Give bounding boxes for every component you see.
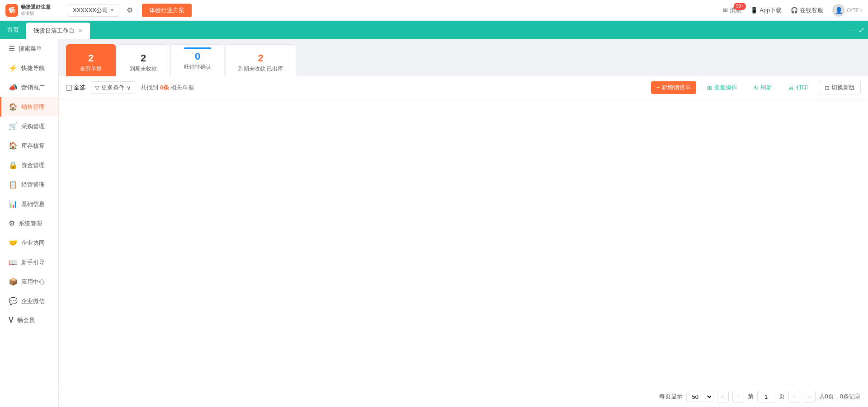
finance-icon: 🔒 — [9, 161, 18, 169]
card-pending[interactable]: 0 旺铺待确认 — [171, 44, 224, 76]
select-all-label: 全选 — [74, 84, 85, 92]
logo-icon: 畅 — [5, 4, 18, 17]
table-area — [59, 99, 868, 386]
app-download-button[interactable]: 📱 App下载 — [750, 6, 782, 14]
batch-button[interactable]: ⊞ 批量操作 — [702, 81, 743, 94]
company-selector[interactable]: XXXXXX公司 ▼ — [68, 4, 119, 17]
pagination-bar: 每页显示 50 100 200 « ‹ 第 页 › » 共0页，0条记录 — [59, 386, 868, 407]
tab-minimize-button[interactable]: — — [848, 26, 855, 34]
member-icon: V — [9, 316, 14, 324]
avatar-image: 👤 — [832, 4, 845, 17]
card-pending-label: 旺铺待确认 — [184, 63, 211, 71]
wechat-icon: 💬 — [9, 297, 18, 305]
sidebar-item-label: 资金管理 — [21, 161, 45, 169]
toolbar-right: + 新增销货单 ⊞ 批量操作 ↻ 刷新 🖨 打印 ⊡ 切换新版 — [651, 81, 861, 94]
sidebar: ☰ 搜索菜单 ⚡ 快捷导航 📣 营销推广 🏠 销售管理 🛒 采购管理 🏠 库存核… — [0, 39, 59, 407]
total-info: 共0页，0条记录 — [819, 393, 861, 401]
message-badge: 99+ — [734, 3, 746, 10]
new-order-button[interactable]: + 新增销货单 — [651, 81, 696, 94]
sidebar-item-search[interactable]: ☰ 搜索菜单 — [0, 39, 58, 58]
tab-workbench[interactable]: 钱货日清工作台 ✕ — [26, 23, 90, 39]
sidebar-item-label: 系统管理 — [19, 220, 42, 228]
per-page-label: 每页显示 — [659, 393, 683, 401]
first-page-button[interactable]: « — [717, 391, 729, 402]
tab-home[interactable]: 首页 — [0, 21, 26, 39]
select-all-input[interactable] — [66, 85, 72, 91]
card-all-count: 2 — [88, 52, 94, 64]
card-overdue[interactable]: 2 到期未收款 — [117, 44, 170, 76]
header-right: ✉ 消息 99+ 📱 App下载 🎧 在线客服 👤 OfTEn — [723, 4, 863, 17]
message-button[interactable]: ✉ 消息 99+ — [723, 6, 741, 14]
refresh-button[interactable]: ↻ 刷新 — [748, 81, 778, 94]
summary-cards-row: 2 全部单据 2 到期未收款 0 旺铺待确认 2 到期未收款 已出库 — [59, 39, 868, 76]
sidebar-item-system[interactable]: ⚙ 系统管理 — [0, 214, 58, 233]
sidebar-item-label: 快捷导航 — [21, 64, 45, 72]
cooperation-icon: 🤝 — [9, 239, 18, 247]
user-avatar[interactable]: 👤 OfTEn — [832, 4, 863, 17]
toolbar: 全选 ▽ 更多条件 ∨ 共找到 0条 相关单据 + 新增销货单 ⊞ 批量操作 ↻… — [59, 76, 868, 99]
tab-expand-button[interactable]: ⤢ — [859, 26, 864, 34]
card-all-label: 全部单据 — [80, 65, 102, 73]
next-page-button[interactable]: › — [788, 391, 800, 402]
quicknav-icon: ⚡ — [9, 64, 18, 72]
trial-button[interactable]: 体验行业方案 — [142, 4, 192, 17]
company-name: XXXXXX公司 — [73, 6, 108, 14]
sidebar-item-label: 营销推广 — [21, 84, 45, 92]
sidebar-item-marketing[interactable]: 📣 营销推广 — [0, 78, 58, 97]
sidebar-item-wechat[interactable]: 💬 企业微信 — [0, 291, 58, 311]
sidebar-item-purchase[interactable]: 🛒 采购管理 — [0, 117, 58, 136]
sidebar-item-cooperation[interactable]: 🤝 企业协同 — [0, 233, 58, 253]
tab-bar-controls: — ⤢ — [848, 26, 868, 34]
inventory-icon: 🏠 — [9, 141, 18, 150]
sidebar-item-inventory[interactable]: 🏠 库存核算 — [0, 136, 58, 155]
appcenter-icon: 📦 — [9, 277, 18, 286]
card-shipped[interactable]: 2 到期未收款 已出库 — [225, 44, 296, 76]
purchase-icon: 🛒 — [9, 122, 18, 131]
sidebar-item-label: 库存核算 — [21, 142, 45, 150]
sidebar-item-member[interactable]: V 畅会员 — [0, 311, 58, 330]
top-header: 畅 畅捷通好生意 标准版 XXXXXX公司 ▼ ⚙ 体验行业方案 ✉ 消息 99… — [0, 0, 868, 21]
sidebar-item-guide[interactable]: 📖 新手引导 — [0, 253, 58, 272]
found-text: 共找到 0条 相关单据 — [141, 84, 194, 92]
per-page-select[interactable]: 50 100 200 — [686, 392, 713, 402]
online-service-button[interactable]: 🎧 在线客服 — [791, 6, 823, 14]
batch-icon: ⊞ — [707, 84, 712, 91]
home-tab-label: 首页 — [7, 26, 19, 34]
print-icon: 🖨 — [788, 84, 794, 91]
last-page-button[interactable]: » — [804, 391, 816, 402]
logo-area: 畅 畅捷通好生意 标准版 — [5, 4, 64, 17]
main-content: 2 全部单据 2 到期未收款 0 旺铺待确认 2 到期未收款 已出库 — [59, 39, 868, 407]
sales-icon: 🏠 — [9, 103, 18, 111]
logo-text: 畅捷通好生意 标准版 — [21, 4, 51, 17]
sidebar-item-label: 畅会员 — [17, 316, 35, 324]
chevron-down-icon: ▼ — [110, 8, 114, 13]
sidebar-item-operations[interactable]: 📋 经营管理 — [0, 175, 58, 194]
switch-version-button[interactable]: ⊡ 切换新版 — [819, 81, 861, 94]
card-all[interactable]: 2 全部单据 — [66, 44, 116, 76]
settings-button[interactable]: ⚙ — [123, 4, 137, 17]
page-number-input[interactable] — [757, 391, 775, 402]
prev-page-button[interactable]: ‹ — [732, 391, 744, 402]
sidebar-item-basicinfo[interactable]: 📊 基础信息 — [0, 194, 58, 214]
sidebar-item-label: 基础信息 — [21, 200, 45, 208]
select-all-checkbox[interactable]: 全选 — [66, 84, 85, 92]
sidebar-item-label: 企业协同 — [21, 239, 45, 247]
sidebar-item-quicknav[interactable]: ⚡ 快捷导航 — [0, 58, 58, 78]
card-pending-count: 0 — [195, 51, 200, 62]
sidebar-item-sales[interactable]: 🏠 销售管理 — [0, 97, 58, 117]
search-icon: ☰ — [9, 44, 15, 53]
card-shipped-count: 2 — [258, 52, 264, 64]
workbench-tab-label: 钱货日清工作台 — [33, 27, 75, 35]
chevron-down-icon: ∨ — [127, 84, 131, 91]
page-suffix-label: 页 — [779, 393, 785, 401]
tab-close-button[interactable]: ✕ — [78, 28, 83, 34]
print-button[interactable]: 🖨 打印 — [783, 81, 813, 94]
sidebar-item-appcenter[interactable]: 📦 应用中心 — [0, 272, 58, 291]
guide-icon: 📖 — [9, 258, 18, 267]
system-icon: ⚙ — [9, 219, 15, 228]
sidebar-item-label: 企业微信 — [21, 297, 45, 305]
avatar-name: OfTEn — [847, 7, 863, 14]
filter-button[interactable]: ▽ 更多条件 ∨ — [91, 81, 135, 94]
sidebar-item-finance[interactable]: 🔒 资金管理 — [0, 155, 58, 175]
card-shipped-label: 到期未收款 已出库 — [238, 65, 283, 73]
